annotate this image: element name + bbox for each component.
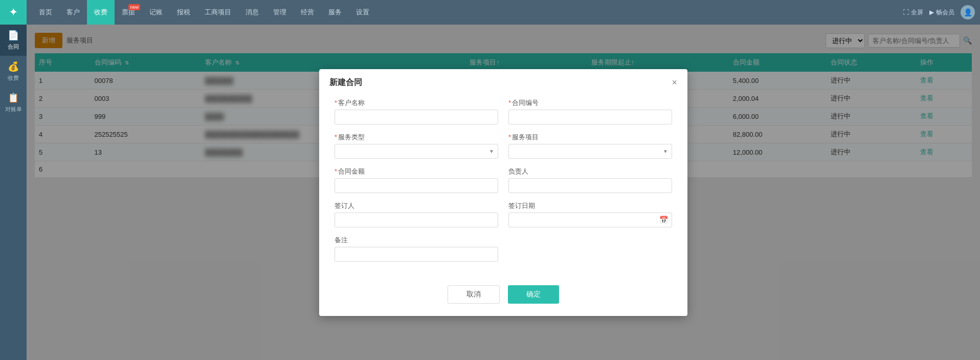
nav-management[interactable]: 管理 — [266, 0, 294, 25]
form-row-2: * 服务类型 * 服务 — [335, 133, 672, 159]
nav-business[interactable]: 工商项目 — [197, 0, 238, 25]
responsible-person-input[interactable] — [508, 178, 672, 193]
confirm-button[interactable]: 确定 — [508, 285, 559, 304]
topnav-right: ⛶ 全屏 ▶ 畅会员 👤 — [903, 5, 975, 19]
nav-customer[interactable]: 客户 — [59, 0, 87, 25]
required-star: * — [335, 167, 337, 175]
contract-no-input[interactable] — [508, 110, 672, 124]
form-group-signer: 签订人 — [335, 201, 498, 227]
form-row-3: * 合同金额 0.00 负责人 — [335, 167, 672, 193]
contract-amount-label: * 合同金额 — [335, 167, 498, 176]
fullscreen-icon: ⛶ — [903, 9, 909, 16]
form-group-responsible-person: 负责人 — [508, 167, 672, 193]
new-badge: new — [128, 4, 140, 10]
sidebar-item-contract[interactable]: 📄 合同 — [0, 25, 27, 56]
required-star: * — [508, 133, 511, 141]
member-button[interactable]: ▶ 畅会员 — [929, 8, 954, 17]
service-type-wrapper — [335, 144, 498, 159]
play-icon: ▶ — [929, 9, 934, 16]
form-group-service-type: * 服务类型 — [335, 133, 498, 159]
sidebar: ✦ 📄 合同 💰 收费 📋 对账单 — [0, 0, 27, 360]
nav-home[interactable]: 首页 — [32, 0, 59, 25]
signer-input[interactable] — [335, 213, 498, 227]
contract-no-label: * 合同编号 — [508, 98, 672, 108]
nav-settings[interactable]: 设置 — [349, 0, 376, 25]
nav-bookkeeping[interactable]: 记账 — [142, 0, 170, 25]
receipts-icon: 💰 — [8, 61, 19, 72]
form-group-remark: 备注 — [335, 236, 498, 262]
service-type-label: * 服务类型 — [335, 133, 498, 142]
topnav: 首页 客户 收费 票据 new 记账 报税 工商项目 消息 管理 经营 — [27, 0, 980, 25]
sign-date-wrapper: 2023-06-06 📅 — [508, 213, 672, 227]
contract-amount-input[interactable]: 0.00 — [335, 178, 498, 193]
sidebar-item-label: 对账单 — [5, 105, 22, 113]
required-star: * — [335, 133, 337, 141]
remark-label: 备注 — [335, 236, 498, 245]
sign-date-input[interactable]: 2023-06-06 — [508, 213, 672, 227]
remark-input[interactable] — [335, 247, 498, 262]
customer-name-label: * 客户名称 — [335, 98, 498, 108]
form-row-1: * 客户名称 * 合同编号 — [335, 98, 672, 124]
form-row-4: 签订人 签订日期 2023-06-06 📅 — [335, 201, 672, 227]
form-group-customer-name: * 客户名称 — [335, 98, 498, 124]
avatar[interactable]: 👤 — [961, 5, 975, 19]
modal-header: 新建合同 × — [319, 69, 687, 93]
modal-footer: 取消 确定 — [319, 280, 687, 316]
form-group-service-item: * 服务项目 — [508, 133, 672, 159]
sidebar-item-label: 收费 — [8, 74, 19, 82]
cancel-button[interactable]: 取消 — [448, 285, 500, 304]
reconcile-icon: 📋 — [8, 92, 19, 103]
sign-date-label: 签订日期 — [508, 201, 672, 210]
nav-invoices[interactable]: 票据 new — [115, 0, 142, 25]
responsible-person-label: 负责人 — [508, 167, 672, 176]
modal-title: 新建合同 — [329, 77, 362, 88]
content-area: 新增 服务项目 进行中 已完成 已终止 全部 🔍 序号 合同编码 ⇅ 客户名称 … — [27, 25, 980, 360]
nav-receipts[interactable]: 收费 — [87, 0, 115, 25]
service-type-select[interactable] — [335, 144, 498, 159]
sidebar-item-label: 合同 — [8, 43, 19, 51]
fullscreen-button[interactable]: ⛶ 全屏 — [903, 8, 923, 17]
new-contract-modal: 新建合同 × * 客户名称 — [319, 69, 687, 316]
nav-operations[interactable]: 经营 — [294, 0, 321, 25]
customer-name-input[interactable] — [335, 110, 498, 124]
form-group-sign-date: 签订日期 2023-06-06 📅 — [508, 201, 672, 227]
service-item-wrapper — [508, 144, 672, 159]
required-star: * — [508, 99, 511, 107]
service-item-select[interactable] — [508, 144, 672, 159]
form-row-5: 备注 — [335, 236, 672, 262]
modal-overlay: 新建合同 × * 客户名称 — [27, 25, 980, 360]
main-area: 首页 客户 收费 票据 new 记账 报税 工商项目 消息 管理 经营 — [27, 0, 980, 360]
sidebar-item-reconcile[interactable]: 📋 对账单 — [0, 87, 27, 118]
sidebar-item-receipts[interactable]: 💰 收费 — [0, 56, 27, 87]
nav-messages[interactable]: 消息 — [238, 0, 266, 25]
service-item-label: * 服务项目 — [508, 133, 672, 142]
nav-services[interactable]: 服务 — [321, 0, 349, 25]
modal-close-button[interactable]: × — [672, 78, 677, 87]
nav-tax[interactable]: 报税 — [170, 0, 197, 25]
form-group-contract-no: * 合同编号 — [508, 98, 672, 124]
form-group-placeholder — [508, 236, 672, 262]
app-logo: ✦ — [0, 0, 27, 25]
form-group-contract-amount: * 合同金额 0.00 — [335, 167, 498, 193]
contract-icon: 📄 — [8, 30, 19, 41]
signer-label: 签订人 — [335, 201, 498, 210]
modal-body: * 客户名称 * 合同编号 — [319, 93, 687, 280]
required-star: * — [335, 99, 337, 107]
